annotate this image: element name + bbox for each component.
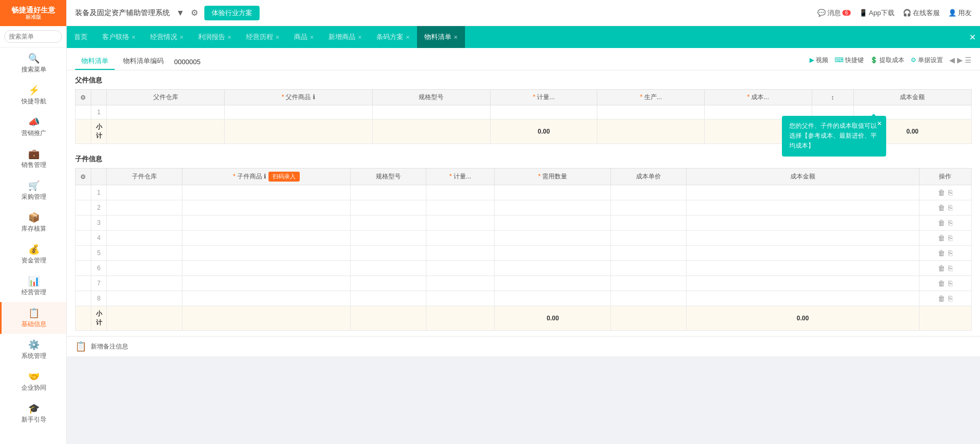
- sub-tab-bom-code[interactable]: 物料清单编码: [117, 53, 170, 70]
- tab-goods[interactable]: 商品 ✕: [287, 26, 321, 48]
- tab-home[interactable]: 首页: [67, 26, 95, 48]
- cell-warehouse[interactable]: [107, 276, 182, 291]
- copy-icon[interactable]: ⎘: [948, 279, 952, 287]
- sidebar-item-finance[interactable]: 💰 资金管理: [0, 238, 66, 270]
- single-setting-btn[interactable]: ⚙ 单据设置: [911, 56, 943, 65]
- cell-spec[interactable]: [350, 276, 426, 291]
- sidebar-item-inventory[interactable]: 📦 库存核算: [0, 207, 66, 238]
- sidebar-item-marketing[interactable]: 📣 营销推广: [0, 111, 66, 143]
- sidebar-item-purchase[interactable]: 🛒 采购管理: [0, 175, 66, 207]
- app-download-btn[interactable]: 📱 App下载: [859, 8, 895, 18]
- dropdown-icon[interactable]: ▼: [176, 8, 185, 18]
- row-production-cell[interactable]: [597, 105, 705, 119]
- cell-quantity[interactable]: [495, 261, 611, 276]
- cell-goods[interactable]: [182, 276, 350, 291]
- copy-icon[interactable]: ⎘: [948, 294, 952, 303]
- tab-profit[interactable]: 利润报告 ✕: [191, 26, 239, 48]
- delete-icon[interactable]: 🗑: [938, 234, 945, 242]
- cell-quantity[interactable]: [495, 276, 611, 291]
- prev-page-icon[interactable]: ◀: [949, 56, 955, 64]
- tooltip-close-btn[interactable]: ✕: [877, 119, 882, 129]
- close-icon[interactable]: ✕: [406, 34, 410, 40]
- cell-quantity[interactable]: [495, 291, 611, 306]
- tab-operation-history[interactable]: 经营历程 ✕: [239, 26, 287, 48]
- cell-warehouse[interactable]: [107, 200, 182, 215]
- cell-warehouse[interactable]: [107, 215, 182, 231]
- cell-unit-cost[interactable]: [611, 200, 687, 215]
- online-service-btn[interactable]: 🎧 在线客服: [903, 8, 940, 18]
- cell-goods[interactable]: [182, 246, 350, 261]
- cell-unit[interactable]: [426, 246, 495, 261]
- cell-warehouse[interactable]: [107, 261, 182, 276]
- cell-unit[interactable]: [426, 231, 495, 246]
- settings-icon[interactable]: ⚙: [191, 8, 198, 18]
- cell-goods[interactable]: [182, 185, 350, 200]
- cell-unit-cost[interactable]: [611, 231, 687, 246]
- cell-unit[interactable]: [426, 200, 495, 215]
- cell-goods[interactable]: [182, 231, 350, 246]
- user-menu[interactable]: 👤 用友: [948, 8, 972, 18]
- sidebar-item-quick-nav[interactable]: ⚡ 快捷导航: [0, 79, 66, 111]
- view-btn[interactable]: ▶ 视频: [810, 56, 828, 65]
- cell-unit-cost[interactable]: [611, 276, 687, 291]
- cell-spec[interactable]: [350, 231, 426, 246]
- cell-warehouse[interactable]: [107, 185, 182, 200]
- delete-icon[interactable]: 🗑: [938, 264, 945, 272]
- copy-icon[interactable]: ⎘: [948, 219, 952, 227]
- delete-icon[interactable]: 🗑: [938, 279, 945, 287]
- cell-spec[interactable]: [350, 261, 426, 276]
- grid-view-icon[interactable]: ☰: [965, 56, 972, 64]
- cell-quantity[interactable]: [495, 246, 611, 261]
- cell-spec[interactable]: [350, 246, 426, 261]
- extract-cost-btn[interactable]: 💲 提取成本: [870, 56, 904, 65]
- delete-icon[interactable]: 🗑: [938, 203, 945, 212]
- copy-icon[interactable]: ⎘: [948, 188, 952, 197]
- copy-icon[interactable]: ⎘: [948, 264, 952, 272]
- copy-icon[interactable]: ⎘: [948, 203, 952, 212]
- scan-btn[interactable]: 扫码录入: [268, 172, 300, 182]
- sidebar-item-cooperation[interactable]: 🤝 企业协同: [0, 366, 66, 398]
- sidebar-item-basic-info[interactable]: 📋 基础信息: [0, 302, 66, 334]
- search-input[interactable]: [4, 30, 62, 43]
- cell-quantity[interactable]: [495, 200, 611, 215]
- sidebar-item-sales[interactable]: 💼 销售管理: [0, 143, 66, 175]
- sidebar-item-system[interactable]: ⚙️ 系统管理: [0, 334, 66, 366]
- cell-quantity[interactable]: [495, 231, 611, 246]
- add-note-text[interactable]: 新增备注信息: [91, 342, 128, 351]
- sidebar-item-search[interactable]: 🔍 搜索菜单: [0, 47, 66, 79]
- cell-unit-cost[interactable]: [611, 246, 687, 261]
- row-goods-cell[interactable]: [225, 105, 372, 119]
- tab-bom[interactable]: 物料清单 ✕: [417, 26, 465, 48]
- tab-close-all[interactable]: ✕: [969, 32, 980, 42]
- sidebar-item-guide[interactable]: 🎓 新手引导: [0, 398, 66, 429]
- cell-quantity[interactable]: [495, 185, 611, 200]
- cell-spec[interactable]: [350, 215, 426, 231]
- cell-goods[interactable]: [182, 200, 350, 215]
- delete-icon[interactable]: 🗑: [938, 219, 945, 227]
- cell-quantity[interactable]: [495, 215, 611, 231]
- cell-unit[interactable]: [426, 185, 495, 200]
- sub-tab-bom-list[interactable]: 物料清单: [75, 53, 115, 70]
- cell-unit-cost[interactable]: [611, 291, 687, 306]
- close-all-icon[interactable]: ✕: [969, 32, 976, 42]
- close-icon[interactable]: ✕: [179, 34, 183, 40]
- close-icon[interactable]: ✕: [358, 34, 362, 40]
- delete-icon[interactable]: 🗑: [938, 249, 945, 257]
- row-warehouse-cell[interactable]: [107, 105, 225, 119]
- cell-warehouse[interactable]: [107, 231, 182, 246]
- cell-unit-cost[interactable]: [611, 215, 687, 231]
- copy-icon[interactable]: ⎘: [948, 249, 952, 257]
- tab-new-goods[interactable]: 新增商品 ✕: [321, 26, 369, 48]
- sidebar-item-operation[interactable]: 📊 经营管理: [0, 270, 66, 302]
- cell-unit[interactable]: [426, 291, 495, 306]
- row-spec-cell[interactable]: [372, 105, 490, 119]
- tab-customer[interactable]: 客户联络 ✕: [95, 26, 143, 48]
- cell-unit[interactable]: [426, 215, 495, 231]
- cell-spec[interactable]: [350, 291, 426, 306]
- message-btn[interactable]: 💬 消息 6: [817, 8, 851, 18]
- delete-icon[interactable]: 🗑: [938, 294, 945, 303]
- delete-icon[interactable]: 🗑: [938, 188, 945, 197]
- cell-warehouse[interactable]: [107, 291, 182, 306]
- next-page-icon[interactable]: ▶: [957, 56, 963, 64]
- row-unit-cell[interactable]: [490, 105, 597, 119]
